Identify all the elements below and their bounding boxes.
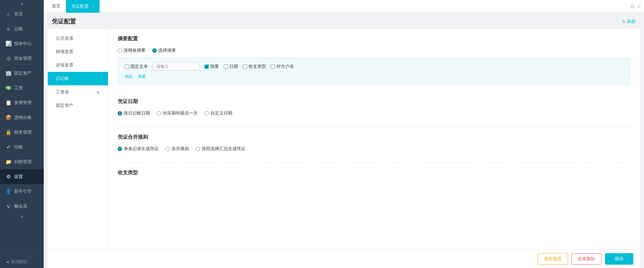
checkbox-counterpart[interactable]	[271, 64, 275, 69]
radio-journal-date-label[interactable]: 按日记账日期	[118, 110, 150, 116]
sidebar-item-settings[interactable]: ⚙ 设置	[0, 169, 44, 184]
summary-section-title: 摘要配置	[118, 36, 631, 42]
radio-single[interactable]	[118, 147, 122, 151]
sidebar-item-member[interactable]: V 畅会员	[0, 199, 44, 214]
sidebar-item-home[interactable]: ⌂ 首页	[0, 7, 44, 21]
sidebar-item-finance[interactable]: ◎ 资金管理	[0, 51, 44, 66]
tab-bar: 首页 凭证配置 × ⊡ ⤢	[44, 0, 644, 13]
restore-icon[interactable]: ⊡	[631, 4, 635, 9]
assets-icon: 🏢	[5, 70, 11, 76]
radio-last-day-label[interactable]: 对应期间最后一天	[157, 110, 198, 116]
checkbox-income-type-label[interactable]: 收支类型	[243, 63, 266, 70]
home-icon: ⌂	[5, 11, 11, 17]
section-summary: 摘要配置 按模板摘要 选择摘要 固定文本	[118, 36, 631, 92]
page-title: 凭证配置	[52, 17, 76, 26]
radio-template-label[interactable]: 按模板摘要	[118, 47, 146, 53]
sidebar-item-archive[interactable]: 📁 归档管理	[0, 154, 44, 169]
finance-icon: ◎	[5, 55, 11, 61]
menu-item-payroll[interactable]: 工资表 ∨	[48, 85, 108, 99]
radio-last-day[interactable]	[157, 111, 161, 116]
content-layout: 公共选项 销项发票 进项发票 日记账 工资表 ∨ 固定资产 摘要配置	[48, 29, 640, 250]
voucher-date-radio-group: 按日记账日期 对应期间最后一天 自定义日期	[118, 110, 631, 116]
checkbox-income-type[interactable]	[243, 64, 247, 69]
sidebar-pin[interactable]: ◄ 取消固定	[0, 256, 44, 268]
income-type-title: 收支类型	[118, 170, 631, 176]
window-controls: ⊡ ⤢	[631, 4, 641, 9]
refresh-button[interactable]: ↻ 刷新	[622, 18, 636, 25]
sidebar-item-ledger[interactable]: ≡ 总账	[0, 21, 44, 36]
tab-close-icon[interactable]: ×	[92, 4, 94, 8]
member-icon: V	[5, 204, 11, 209]
radio-combined[interactable]	[196, 147, 200, 151]
sidebar-item-reports[interactable]: 📊 报表中心	[0, 36, 44, 51]
menu-item-public[interactable]: 公共选项	[48, 32, 108, 45]
sidebar-scroll-down[interactable]: ▼	[0, 214, 44, 220]
radio-merge[interactable]	[165, 147, 170, 151]
sidebar-item-assets[interactable]: 🏢 固定资产	[0, 66, 44, 81]
menu-item-journal[interactable]: 日记账	[48, 72, 108, 85]
right-content: 摘要配置 按模板摘要 选择摘要 固定文本	[108, 29, 640, 250]
sidebar-scroll-up[interactable]: ▲	[0, 0, 44, 7]
radio-select-label[interactable]: 选择摘要	[152, 47, 176, 53]
merge-rules-radio-group: 单条记录生成凭证 合并规则 按照选择汇总生成凭证	[118, 146, 631, 152]
section-voucher-date: 凭证日期 按日记账日期 对应期间最后一天 自定义日期	[118, 98, 631, 127]
checkbox-date-label[interactable]: 日期	[224, 63, 238, 70]
checkbox-fixed-text-label[interactable]: 固定文本	[125, 63, 148, 70]
section-merge-rules: 凭证合并规则 单条记录生成凭证 合并规则 按照选择汇总生成凭证	[118, 134, 631, 163]
radio-template[interactable]	[118, 48, 122, 53]
checkbox-date[interactable]	[224, 64, 228, 69]
radio-select[interactable]	[152, 48, 157, 53]
summary-example: 例如： 摘要	[125, 74, 623, 80]
left-menu: 公共选项 销项发票 进项发票 日记账 工资表 ∨ 固定资产	[48, 29, 108, 250]
radio-custom-date-label[interactable]: 自定义日期	[204, 110, 232, 116]
checkbox-fixed-text[interactable]	[125, 64, 129, 69]
ledger-icon: ≡	[5, 26, 11, 32]
checkbox-counterpart-label[interactable]: 对方户名	[271, 63, 294, 70]
radio-merge-label[interactable]: 合并规则	[165, 146, 189, 152]
tab-voucher-config[interactable]: 凭证配置 ×	[66, 0, 100, 13]
summary-options-row: 固定文本 摘要 日期 收支类型	[125, 62, 623, 71]
main-area: 首页 凭证配置 × ⊡ ⤢ 凭证配置 ↻ 刷新 公共选项 销项发票 进	[44, 0, 644, 268]
guide-icon: 👤	[5, 188, 11, 194]
menu-item-purchase-invoice[interactable]: 进项发票	[48, 58, 108, 72]
radio-combined-label[interactable]: 按照选择汇总生成凭证	[196, 146, 245, 152]
voucher-date-title: 凭证日期	[118, 98, 631, 105]
inventory-icon: 📦	[5, 115, 11, 121]
fixed-text-input[interactable]	[153, 62, 200, 71]
sidebar: ▲ ⌂ 首页 ≡ 总账 📊 报表中心 ◎ 资金管理 🏢 固定资产 💵 工资 📋 …	[0, 0, 44, 268]
sidebar-item-close[interactable]: ✔ 结账	[0, 140, 44, 154]
settings-icon: ⚙	[5, 174, 11, 180]
menu-item-sale-invoice[interactable]: 销项发票	[48, 45, 108, 58]
payroll-arrow-icon: ∨	[97, 90, 100, 95]
summary-radio-group: 按模板摘要 选择摘要	[118, 47, 631, 53]
update-preset-button[interactable]: 更新预置	[538, 253, 568, 265]
archive-icon: 📁	[5, 159, 11, 165]
maximize-icon[interactable]: ⤢	[637, 4, 641, 9]
checkbox-summary-label[interactable]: 摘要	[204, 63, 219, 70]
save-button[interactable]: 保存	[605, 253, 633, 265]
reports-icon: 📊	[5, 41, 11, 47]
invoice-icon: 📋	[5, 100, 11, 106]
radio-journal-date[interactable]	[118, 111, 122, 116]
salary-icon: 💵	[5, 85, 11, 91]
tax-icon: 🔒	[5, 129, 11, 135]
pin-icon: ◄	[5, 260, 9, 264]
radio-custom-date[interactable]	[204, 111, 209, 116]
section-income-type: 收支类型	[118, 170, 631, 188]
page-header: 凭证配置 ↻ 刷新	[44, 13, 644, 29]
checkbox-summary[interactable]	[204, 64, 209, 69]
sidebar-item-invoice[interactable]: 📋 发票管理	[0, 95, 44, 110]
merge-rules-title: 凭证合并规则	[118, 134, 631, 140]
sidebar-item-tax[interactable]: 🔒 税务管理	[0, 125, 44, 140]
sidebar-item-salary[interactable]: 💵 工资	[0, 81, 44, 95]
summary-config-box: 固定文本 摘要 日期 收支类型	[118, 57, 631, 85]
batch-delete-button[interactable]: 批量删除	[571, 253, 602, 265]
close-accounts-icon: ✔	[5, 144, 11, 150]
radio-single-label[interactable]: 单条记录生成凭证	[118, 146, 159, 152]
sidebar-item-inventory[interactable]: 📦 进销台账	[0, 110, 44, 125]
refresh-icon: ↻	[622, 19, 626, 24]
menu-item-fixed-assets[interactable]: 固定资产	[48, 99, 108, 112]
sidebar-bottom: ◄ 取消固定	[0, 255, 44, 268]
sidebar-item-guide[interactable]: 👤 新手引导	[0, 184, 44, 199]
tab-home[interactable]: 首页	[46, 0, 66, 13]
